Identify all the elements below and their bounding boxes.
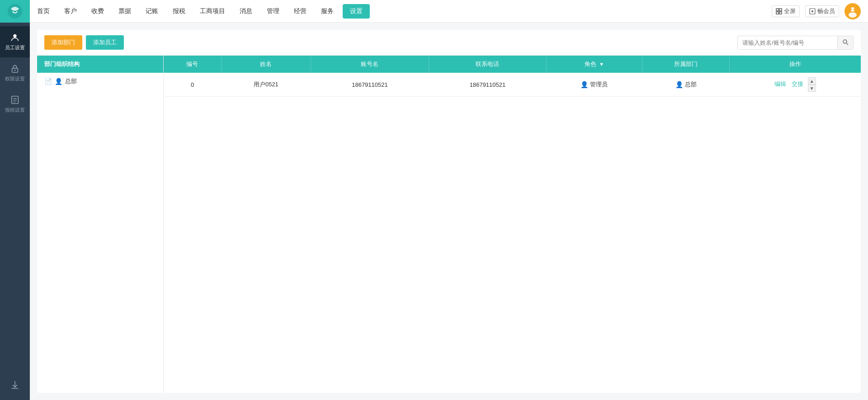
download-icon: [10, 380, 20, 390]
svg-rect-3: [776, 12, 778, 14]
svg-rect-14: [12, 96, 19, 104]
svg-point-10: [854, 9, 855, 10]
nav-invoice[interactable]: 票据: [111, 0, 138, 22]
member-button[interactable]: 畅会员: [805, 5, 839, 17]
add-dept-button[interactable]: 添加部门: [44, 35, 82, 50]
cell-account: 18679110521: [311, 73, 429, 97]
table-row: 0 用户0521 18679110521 18679110521 👤 管理员: [164, 73, 861, 97]
col-role: 角色 ▼: [547, 56, 642, 73]
svg-line-16: [847, 43, 849, 45]
nav-settings[interactable]: 设置: [343, 4, 370, 19]
nav-fee[interactable]: 收费: [84, 0, 111, 22]
search-icon: [842, 39, 849, 45]
employee-table: 编号 姓名 账号名 联系电话 角色 ▼ 所属部门 操作: [164, 56, 861, 97]
nav-customer[interactable]: 客户: [57, 0, 84, 22]
svg-point-8: [849, 12, 857, 18]
svg-rect-1: [776, 9, 778, 11]
table-header-row: 编号 姓名 账号名 联系电话 角色 ▼ 所属部门 操作: [164, 56, 861, 73]
scroll-down-btn[interactable]: ▼: [808, 85, 816, 92]
doc-icon: 📄: [44, 78, 52, 85]
svg-point-15: [843, 40, 847, 43]
svg-rect-2: [779, 9, 782, 11]
toolbar: 添加部门 添加员工: [37, 30, 861, 56]
col-id: 编号: [164, 56, 221, 73]
lock-icon: [10, 64, 20, 74]
member-icon: [809, 8, 816, 14]
sidebar-tax-label: 报税设置: [5, 107, 25, 113]
nav-account[interactable]: 记账: [138, 0, 165, 22]
cell-role: 👤 管理员: [547, 73, 642, 97]
sidebar-permission-label: 权限设置: [5, 75, 25, 82]
nav-biz[interactable]: 工商项目: [193, 0, 232, 22]
employee-icon: [10, 33, 20, 42]
nav-right: 全屏 畅会员: [772, 3, 868, 19]
scroll-up-btn[interactable]: ▲: [808, 77, 816, 85]
dept-panel: 部门组织结构 📄 👤 总部: [37, 56, 164, 393]
sidebar-employee-label: 员工设置: [5, 44, 25, 51]
filter-icon[interactable]: ▼: [599, 61, 604, 67]
svg-point-13: [14, 70, 16, 71]
svg-point-11: [13, 34, 16, 38]
add-employee-button[interactable]: 添加员工: [86, 35, 124, 50]
col-action: 操作: [730, 56, 861, 73]
col-phone: 联系电话: [429, 56, 547, 73]
dept-user-icon: 👤: [55, 78, 62, 85]
nav-home[interactable]: 首页: [30, 0, 57, 22]
cell-name: 用户0521: [221, 73, 311, 97]
member-label: 畅会员: [817, 7, 835, 15]
dept-table-layout: 部门组织结构 📄 👤 总部 编号 姓名 账号名: [37, 56, 861, 393]
fullscreen-button[interactable]: 全屏: [772, 5, 800, 17]
nav-manage[interactable]: 管理: [259, 0, 287, 22]
fullscreen-label: 全屏: [784, 7, 796, 15]
dept-item-head[interactable]: 📄 👤 总部: [37, 73, 163, 90]
search-bar: [737, 36, 854, 50]
sidebar-item-download[interactable]: [0, 374, 30, 396]
svg-point-9: [850, 9, 852, 10]
transfer-link[interactable]: 交接: [792, 80, 803, 87]
sidebar-item-permission[interactable]: 权限设置: [0, 57, 30, 89]
dept-panel-header: 部门组织结构: [37, 56, 163, 73]
search-button[interactable]: [837, 36, 853, 49]
svg-point-6: [811, 10, 813, 12]
nav-message[interactable]: 消息: [232, 0, 259, 22]
content-inner: 添加部门 添加员工 部门组织结构: [37, 30, 861, 393]
sidebar-item-tax[interactable]: 报税设置: [0, 89, 30, 120]
dept-item-label: 总部: [65, 77, 77, 85]
sidebar: 员工设置 权限设置 报税设置: [0, 23, 30, 400]
edit-link[interactable]: 编辑: [774, 80, 786, 87]
cell-dept: 👤 总部: [642, 73, 730, 97]
col-dept: 所属部门: [642, 56, 730, 73]
nav-items: 首页 客户 收费 票据 记账 报税 工商项目 消息 管理 经营 服务 设置: [30, 0, 772, 22]
nav-tax[interactable]: 报税: [165, 0, 193, 22]
fullscreen-icon: [776, 8, 782, 14]
logo[interactable]: [0, 0, 30, 23]
nav-service[interactable]: 服务: [314, 0, 341, 22]
tax-icon: [10, 95, 20, 105]
sidebar-item-employee[interactable]: 员工设置: [0, 26, 30, 57]
cell-phone: 18679110521: [429, 73, 547, 97]
col-name: 姓名: [221, 56, 311, 73]
cell-actions: 编辑 交接 ▲ ▼: [730, 73, 861, 97]
nav-operation[interactable]: 经营: [287, 0, 314, 22]
dept-cell-icon: 👤: [675, 81, 683, 88]
svg-rect-4: [779, 12, 782, 14]
avatar-icon: [846, 5, 859, 18]
table-panel: 编号 姓名 账号名 联系电话 角色 ▼ 所属部门 操作: [164, 56, 861, 393]
content-area: 添加部门 添加员工 部门组织结构: [30, 23, 868, 400]
role-user-icon: 👤: [580, 81, 588, 88]
main-layout: 员工设置 权限设置 报税设置: [0, 23, 868, 400]
sidebar-bottom: [0, 374, 30, 400]
svg-point-0: [8, 4, 22, 18]
top-nav: 首页 客户 收费 票据 记账 报税 工商项目 消息 管理 经营 服务 设置 全屏: [0, 0, 868, 23]
cell-id: 0: [164, 73, 221, 97]
avatar[interactable]: [844, 3, 861, 19]
search-input[interactable]: [738, 37, 837, 49]
col-account: 账号名: [311, 56, 429, 73]
